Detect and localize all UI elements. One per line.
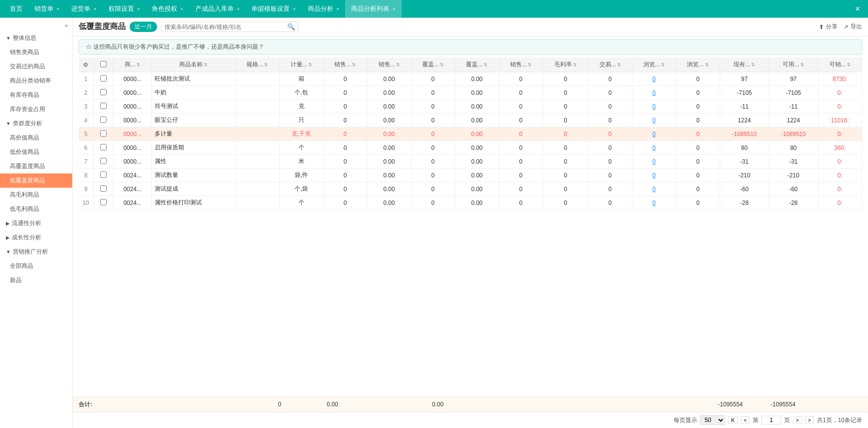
browse1-link[interactable]: 0 — [652, 103, 656, 110]
browse1-link[interactable]: 0 — [652, 76, 656, 83]
nav-tab-template-settings[interactable]: 单据模板设置 × — [245, 0, 301, 18]
browse1-link[interactable]: 0 — [652, 158, 656, 165]
sidebar-item-traded-goods[interactable]: 交易过的商品 — [0, 59, 72, 74]
row-browse1[interactable]: 0 — [632, 141, 676, 155]
gross-margin-column-header[interactable]: 毛利率⇅ — [542, 57, 588, 72]
close-template-tab-icon[interactable]: × — [293, 6, 296, 12]
row-checkbox[interactable] — [93, 155, 113, 169]
close-analysis-list-tab-icon[interactable]: × — [392, 6, 395, 12]
row-checkbox[interactable] — [93, 100, 113, 114]
close-finished-goods-tab-icon[interactable]: × — [237, 6, 240, 12]
search-icon[interactable]: 🔍 — [287, 23, 295, 30]
row-browse1[interactable]: 0 — [632, 182, 676, 196]
row-browse1[interactable]: 0 — [632, 155, 676, 169]
sidebar-collapse-button[interactable]: « — [65, 22, 68, 29]
nav-tab-product-analysis[interactable]: 商品分析 × — [302, 0, 345, 18]
browse1-column-header[interactable]: 浏览...⇅ — [632, 57, 676, 72]
sidebar-item-high-margin[interactable]: 高毛利商品 — [0, 188, 72, 202]
row-browse1[interactable]: 0 — [632, 100, 676, 114]
row-select-checkbox[interactable] — [100, 185, 107, 192]
sales-qty-column-header[interactable]: 销售...⇅ — [323, 57, 367, 72]
sidebar-item-high-coverage[interactable]: 高覆盖度商品 — [0, 159, 72, 173]
row-checkbox[interactable] — [93, 72, 113, 86]
close-permissions-tab-icon[interactable]: × — [137, 6, 140, 12]
browse1-link[interactable]: 0 — [652, 131, 656, 138]
row-checkbox[interactable] — [93, 169, 113, 182]
nav-tab-analysis-list[interactable]: 商品分析列表 × — [345, 0, 401, 18]
browse1-link[interactable]: 0 — [652, 144, 656, 151]
sidebar-item-category-rate[interactable]: 商品分类动销率 — [0, 74, 72, 88]
current-stock-column-header[interactable]: 现有...⇅ — [720, 57, 769, 72]
sidebar-item-low-margin[interactable]: 低毛利商品 — [0, 202, 72, 216]
settings-column-header[interactable]: ⚙ — [79, 57, 93, 72]
row-checkbox[interactable] — [93, 141, 113, 155]
last-page-button[interactable]: > — [805, 416, 814, 424]
checkbox-column-header[interactable] — [93, 57, 113, 72]
row-select-checkbox[interactable] — [100, 130, 107, 137]
close-purchase-tab-icon[interactable]: × — [93, 6, 96, 12]
close-sales-tab-icon[interactable]: × — [56, 6, 59, 12]
sidebar-item-in-stock[interactable]: 有库存商品 — [0, 88, 72, 102]
row-select-checkbox[interactable] — [100, 89, 107, 95]
cov1-column-header[interactable]: 覆盖...⇅ — [411, 57, 455, 72]
sidebar-item-high-value[interactable]: 高价值商品 — [0, 131, 72, 145]
browse1-link[interactable]: 0 — [652, 117, 656, 124]
next-page-button[interactable]: > — [793, 416, 802, 424]
close-all-button[interactable]: × — [851, 4, 864, 14]
sales-amt-column-header[interactable]: 销售...⇅ — [367, 57, 411, 72]
sidebar-group-liquidity[interactable]: ▶ 流通性分析 — [0, 216, 72, 230]
search-input[interactable] — [164, 24, 287, 30]
row-checkbox[interactable] — [93, 196, 113, 210]
sidebar-group-marketing[interactable]: ▼ 营销推广分析 — [0, 245, 72, 259]
row-browse1[interactable]: 0 — [632, 86, 676, 100]
browse1-link[interactable]: 0 — [652, 186, 656, 193]
nav-tab-permissions[interactable]: 权限设置 × — [103, 0, 146, 18]
row-select-checkbox[interactable] — [100, 75, 107, 82]
spec-column-header[interactable]: 规格...⇅ — [236, 57, 279, 72]
row-browse1[interactable]: 0 — [632, 72, 676, 86]
row-select-checkbox[interactable] — [100, 103, 107, 109]
nav-tab-purchase[interactable]: 进货单 × — [65, 0, 102, 18]
close-roles-tab-icon[interactable]: × — [180, 6, 183, 12]
sidebar-item-sales-goods[interactable]: 销售类商品 — [0, 45, 72, 59]
sidebar-item-low-coverage[interactable]: 低覆盖度商品 — [0, 173, 72, 188]
page-number-input[interactable] — [761, 416, 781, 425]
sidebar-item-new-products[interactable]: 新品 — [0, 273, 72, 287]
row-select-checkbox[interactable] — [100, 158, 107, 164]
browse1-link[interactable]: 0 — [652, 89, 656, 96]
row-browse1[interactable]: 0 — [632, 169, 676, 182]
select-all-checkbox[interactable] — [100, 61, 107, 67]
unit-column-header[interactable]: 计量...⇅ — [279, 57, 323, 72]
code-column-header[interactable]: 商...⇅ — [113, 57, 152, 72]
cov2-column-header[interactable]: 覆盖...⇅ — [455, 57, 499, 72]
row-checkbox[interactable] — [93, 86, 113, 100]
browse1-link[interactable]: 0 — [652, 172, 656, 179]
sidebar-group-growth[interactable]: ▶ 成长性分析 — [0, 230, 72, 245]
sidebar-group-class-analysis[interactable]: ▼ 类群度分析 — [0, 116, 72, 131]
row-select-checkbox[interactable] — [100, 144, 107, 150]
prev-page-button[interactable]: < — [741, 416, 750, 424]
browse1-link[interactable]: 0 — [652, 200, 656, 206]
name-column-header[interactable]: 商品名称⇅ — [152, 57, 236, 72]
close-product-analysis-tab-icon[interactable]: × — [336, 6, 339, 12]
first-page-button[interactable]: K — [728, 416, 737, 424]
export-button[interactable]: ↗ 导出 — [843, 23, 862, 31]
nav-tab-roles[interactable]: 角色授权 × — [146, 0, 189, 18]
nav-tab-finished-goods[interactable]: 产成品入库单 × — [190, 0, 245, 18]
row-browse1[interactable]: 0 — [632, 127, 676, 141]
row-checkbox[interactable] — [93, 182, 113, 196]
nav-tab-sales[interactable]: 销货单 × — [28, 0, 65, 18]
row-select-checkbox[interactable] — [100, 199, 107, 205]
sidebar-item-stock-capital[interactable]: 库存资金占用 — [0, 102, 72, 116]
available-column-header[interactable]: 可用...⇅ — [769, 57, 818, 72]
sidebar-group-overall-info[interactable]: ▼ 整体信息 — [0, 31, 72, 45]
row-select-checkbox[interactable] — [100, 171, 107, 178]
per-page-select[interactable]: 50 10 20 100 — [700, 415, 725, 425]
sales3-column-header[interactable]: 销售...⇅ — [499, 57, 542, 72]
sellable-column-header[interactable]: 可销...⇅ — [818, 57, 862, 72]
sidebar-item-low-value[interactable]: 低价值商品 — [0, 145, 72, 159]
row-checkbox[interactable] — [93, 127, 113, 141]
row-browse1[interactable]: 0 — [632, 114, 676, 127]
row-select-checkbox[interactable] — [100, 116, 107, 123]
transaction-column-header[interactable]: 交易...⇅ — [588, 57, 632, 72]
